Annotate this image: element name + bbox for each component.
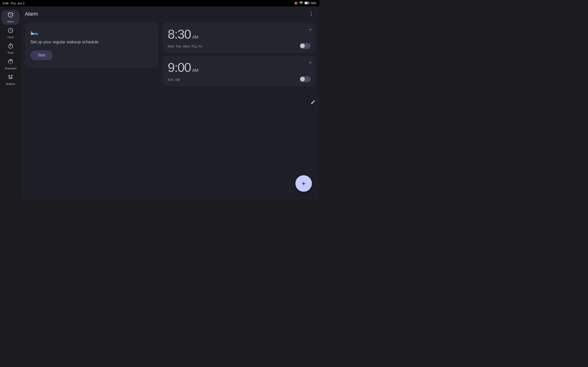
alarm-days-0: Mon, Tue, Wed, Thu, Fri xyxy=(168,44,202,48)
alarm-ampm-1: AM xyxy=(192,68,199,73)
alarm-ampm-0: AM xyxy=(192,35,199,40)
wakeup-text: Set up your regular wakeup schedule xyxy=(30,39,153,45)
plus-icon: + xyxy=(302,179,306,188)
add-alarm-button[interactable]: + xyxy=(295,175,312,192)
stopwatch-icon xyxy=(8,59,14,66)
header: Alarm ⋮ xyxy=(25,10,316,18)
alarm-card-0: ⌄ 8:30 AM Mon, Tue, Wed, Thu, Fri xyxy=(163,23,316,53)
status-icons: 🔇 68% xyxy=(294,1,317,5)
start-button[interactable]: Start xyxy=(30,50,53,60)
sidebar-timer-label: Timer xyxy=(7,51,14,54)
sidebar-item-timer[interactable]: Timer xyxy=(1,41,20,56)
toggle-knob-0 xyxy=(300,44,305,48)
alarm-hour-1: 9:00 xyxy=(168,60,191,75)
sidebar-alarm-label: Alarm xyxy=(7,20,14,23)
alarm-expand-button-0[interactable]: ⌄ xyxy=(309,26,312,31)
svg-rect-1 xyxy=(309,2,309,3)
sidebar-item-bedtime[interactable]: Bedtime xyxy=(1,73,20,87)
status-bar: 9:46 Thu, Jun 2 🔇 68% xyxy=(0,0,319,6)
alarm-toggle-0[interactable] xyxy=(300,43,311,49)
alarm-toggle-1[interactable] xyxy=(300,76,311,82)
alarm-toggle-row-1: Sun, Sat xyxy=(168,76,311,82)
sidebar: Alarm Clock Timer Stopwatch xyxy=(0,6,21,199)
battery-percent: 68% xyxy=(311,2,317,5)
svg-rect-2 xyxy=(305,2,308,4)
edit-button[interactable] xyxy=(311,100,316,106)
sidebar-item-clock[interactable]: Clock xyxy=(1,26,20,40)
status-time: 9:46 xyxy=(3,2,9,5)
clock-icon xyxy=(8,27,14,35)
sidebar-item-stopwatch[interactable]: Stopwatch xyxy=(1,57,20,72)
sidebar-stopwatch-label: Stopwatch xyxy=(5,67,16,70)
alarm-toggle-row-0: Mon, Tue, Wed, Thu, Fri xyxy=(168,43,311,49)
mute-icon: 🔇 xyxy=(294,2,298,5)
page-title: Alarm xyxy=(25,11,38,17)
timer-icon xyxy=(8,43,14,50)
sidebar-bedtime-label: Bedtime xyxy=(6,83,15,85)
alarm-hour-0: 8:30 xyxy=(168,27,191,42)
wakeup-schedule-card: 🛏️ Set up your regular wakeup schedule S… xyxy=(25,23,158,68)
main-content: Alarm ⋮ 🛏️ Set up your regular wakeup sc… xyxy=(21,6,319,199)
wifi-icon xyxy=(299,1,303,5)
toggle-knob-1 xyxy=(300,77,305,81)
alarm-icon xyxy=(8,12,14,19)
content-area: 🛏️ Set up your regular wakeup schedule S… xyxy=(25,23,316,86)
battery-icon xyxy=(304,2,310,5)
alarms-list: ⌄ 8:30 AM Mon, Tue, Wed, Thu, Fri ⌄ 9:00 xyxy=(163,23,316,86)
alarm-card-1: ⌄ 9:00 AM Sun, Sat xyxy=(163,56,316,86)
alarm-expand-button-1[interactable]: ⌄ xyxy=(309,59,312,65)
sidebar-item-alarm[interactable]: Alarm xyxy=(1,10,20,25)
alarm-days-1: Sun, Sat xyxy=(168,78,180,81)
more-options-button[interactable]: ⋮ xyxy=(307,10,316,18)
sidebar-clock-label: Clock xyxy=(7,36,14,39)
alarm-time-1: 9:00 AM xyxy=(168,60,311,75)
status-date: Thu, Jun 2 xyxy=(10,2,24,5)
wakeup-icon: 🛏️ xyxy=(30,28,153,35)
alarm-time-0: 8:30 AM xyxy=(168,27,311,42)
bedtime-icon xyxy=(8,74,14,82)
